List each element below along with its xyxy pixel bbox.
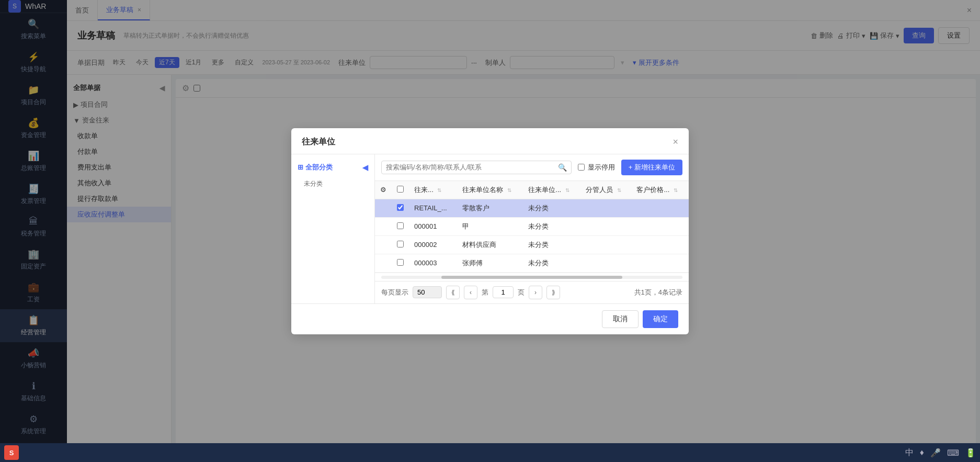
sort-icon-category: ⇅	[565, 187, 569, 193]
row-manager	[580, 254, 632, 272]
col-header-manager: 分管人员 ⇅	[580, 181, 632, 199]
taskbar-icon-battery[interactable]: 🔋	[965, 448, 976, 458]
row-check-cell[interactable]	[392, 235, 409, 254]
row-category: 未分类	[523, 254, 580, 272]
settings-col-icon[interactable]: ⚙	[380, 186, 386, 194]
taskbar-logo: S	[4, 445, 19, 460]
col-header-icon: ⚙	[375, 181, 392, 199]
per-page-label: 每页显示	[381, 288, 408, 297]
row-manager	[580, 235, 632, 254]
col-header-price: 客户价格... ⇅	[631, 181, 689, 199]
taskbar-icon-mic[interactable]: 🎤	[930, 448, 941, 458]
page-label: 第	[482, 288, 488, 297]
taskbar: S 中 ♦ 🎤 ⌨ 🔋	[0, 443, 980, 462]
row-code: RETAIL_...	[409, 199, 457, 217]
scrollbar-thumb	[441, 276, 622, 279]
sort-icon-manager: ⇅	[617, 187, 621, 193]
taskbar-icon-keyboard[interactable]: ⌨	[947, 448, 959, 458]
search-icon: 🔍	[558, 163, 567, 172]
dialog-sidebar: ⊞ 全部分类 ◀ 未分类	[291, 154, 375, 303]
row-manager	[580, 217, 632, 235]
row-icon-cell	[375, 235, 392, 254]
row-check-cell[interactable]	[392, 217, 409, 235]
row-code: 000002	[409, 235, 457, 254]
dialog-header: 往来单位 ×	[291, 128, 689, 154]
row-name: 甲	[457, 217, 523, 235]
table-row[interactable]: RETAIL_... 零散客户 未分类	[375, 199, 689, 217]
add-partner-button[interactable]: + 新增往来单位	[621, 160, 682, 175]
partner-search-input[interactable]	[386, 163, 555, 171]
sidebar-collapse-icon[interactable]: ◀	[362, 163, 368, 172]
col-header-category: 往来单位... ⇅	[523, 181, 580, 199]
row-price-level	[631, 254, 689, 272]
page-input[interactable]	[493, 286, 514, 298]
row-checkbox[interactable]	[397, 204, 404, 211]
grid-icon: ⊞	[298, 163, 303, 171]
show-disabled-label[interactable]: 显示停用	[578, 163, 615, 172]
dialog-content-panel: 🔍 显示停用 + 新增往来单位 ⚙	[375, 154, 689, 303]
row-price-level	[631, 199, 689, 217]
taskbar-icons: 中 ♦ 🎤 ⌨ 🔋	[905, 447, 976, 458]
dialog-actions: 取消 确定	[291, 303, 689, 334]
row-check-cell[interactable]	[392, 254, 409, 272]
col-header-name: 往来单位名称 ⇅	[457, 181, 523, 199]
dialog-sidebar-uncategorized[interactable]: 未分类	[291, 176, 374, 191]
row-name: 张师傅	[457, 254, 523, 272]
next-page-button[interactable]: ›	[529, 286, 542, 299]
confirm-button[interactable]: 确定	[643, 310, 678, 328]
row-checkbox[interactable]	[397, 222, 404, 229]
row-manager	[580, 199, 632, 217]
row-checkbox[interactable]	[397, 259, 404, 266]
table-row[interactable]: 000001 甲 未分类	[375, 217, 689, 235]
dialog-overlay: 往来单位 × ⊞ 全部分类 ◀ 未分类 🔍	[0, 0, 980, 462]
row-icon-cell	[375, 254, 392, 272]
row-checkbox[interactable]	[397, 241, 404, 247]
table-row[interactable]: 000002 材料供应商 未分类	[375, 235, 689, 254]
row-icon-cell	[375, 217, 392, 235]
row-code: 000001	[409, 217, 457, 235]
row-category: 未分类	[523, 235, 580, 254]
row-check-cell[interactable]	[392, 199, 409, 217]
row-price-level	[631, 217, 689, 235]
first-page-button[interactable]: ⟪	[446, 286, 460, 299]
page-unit: 页	[518, 288, 525, 297]
dialog-toolbar: 🔍 显示停用 + 新增往来单位	[375, 154, 689, 181]
prev-page-button[interactable]: ‹	[464, 286, 477, 299]
scrollbar-track	[381, 276, 682, 279]
partner-search-box: 🔍	[381, 161, 572, 174]
cancel-button[interactable]: 取消	[602, 310, 639, 328]
dialog-title: 往来单位	[302, 137, 335, 148]
sort-icon-price: ⇅	[674, 187, 678, 193]
partner-dialog: 往来单位 × ⊞ 全部分类 ◀ 未分类 🔍	[291, 128, 689, 334]
col-header-code: 往来... ⇅	[409, 181, 457, 199]
dialog-body: ⊞ 全部分类 ◀ 未分类 🔍 显示停用	[291, 154, 689, 303]
row-name: 零散客户	[457, 199, 523, 217]
show-disabled-checkbox[interactable]	[578, 164, 585, 171]
taskbar-icon-diamond[interactable]: ♦	[920, 448, 924, 457]
row-name: 材料供应商	[457, 235, 523, 254]
partner-table: ⚙ 往来... ⇅ 往来单位名称	[375, 181, 689, 273]
row-price-level	[631, 235, 689, 254]
total-text: 共1页，4条记录	[634, 288, 682, 297]
row-category: 未分类	[523, 199, 580, 217]
dialog-scrollbar[interactable]	[375, 273, 689, 281]
col-header-check	[392, 181, 409, 199]
row-category: 未分类	[523, 217, 580, 235]
table-select-all[interactable]	[397, 186, 404, 193]
dialog-close-button[interactable]: ×	[673, 137, 678, 148]
per-page-select[interactable]: 50 100	[413, 286, 442, 298]
table-row[interactable]: 000003 张师傅 未分类	[375, 254, 689, 272]
sort-icon-code: ⇅	[437, 187, 441, 193]
dialog-pagination: 每页显示 50 100 ⟪ ‹ 第 页 › ⟫ 共1页，4条记录	[375, 281, 689, 303]
row-code: 000003	[409, 254, 457, 272]
last-page-button[interactable]: ⟫	[546, 286, 560, 299]
sort-icon-name: ⇅	[507, 187, 511, 193]
taskbar-icon-zh[interactable]: 中	[905, 447, 914, 458]
row-icon-cell	[375, 199, 392, 217]
dialog-sidebar-all[interactable]: ⊞ 全部分类 ◀	[291, 159, 374, 176]
